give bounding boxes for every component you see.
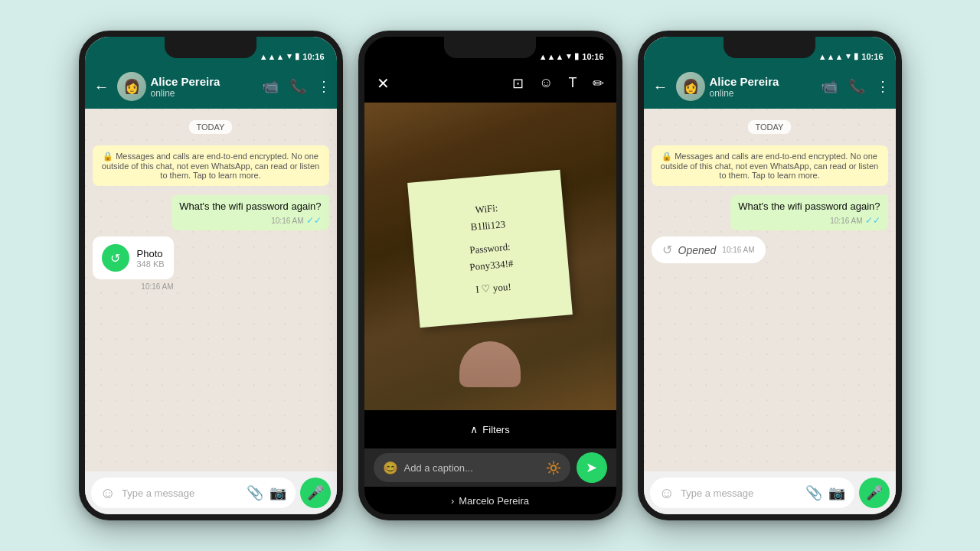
sent-bubble-1: What's the wifi password again? 10:16 AM… xyxy=(172,195,328,230)
signal-icon-3: ▲▲▲ xyxy=(818,52,844,61)
chat-header-3: ← 👩 Alice Pereira online 📹 📞 ⋮ xyxy=(644,64,896,109)
send-button[interactable]: ➤ xyxy=(577,452,607,483)
video-call-icon-1[interactable]: 📹 xyxy=(262,78,279,95)
attach-icon-3[interactable]: 📎 xyxy=(805,484,822,501)
avatar-img-3: 👩 xyxy=(676,72,705,101)
wifi-icon-3: ▾ xyxy=(846,51,851,61)
photo-info-1: Photo 348 KB xyxy=(137,248,165,269)
sticky-line5: I ♡ you! xyxy=(471,278,516,298)
photo-icon-symbol: ↺ xyxy=(110,251,120,266)
input-text-3[interactable]: Type a message xyxy=(681,487,799,499)
signal-icon-1: ▲▲▲ xyxy=(260,52,285,61)
caption-placeholder[interactable]: Add a caption... xyxy=(404,462,540,474)
back-button-1[interactable]: ← xyxy=(91,75,113,99)
phone-3: ▲▲▲ ▾ ▮ 10:16 ← 👩 Alice Pereira online 📹 xyxy=(638,31,902,520)
opened-text-3: Opened xyxy=(678,244,717,256)
main-container: ▲▲▲ ▾ ▮ 10:16 ← 👩 Alice Pereira online 📹 xyxy=(0,0,980,551)
wifi-icon-1: ▾ xyxy=(287,51,292,61)
chevron-up-icon: ∧ xyxy=(470,423,478,435)
encryption-notice-1: 🔒 Messages and calls are end-to-end encr… xyxy=(93,145,329,186)
emoji-icon-3[interactable]: ☺ xyxy=(659,484,675,502)
more-icon-3[interactable]: ⋮ xyxy=(876,78,890,95)
header-icons-3: 📹 📞 ⋮ xyxy=(821,78,890,95)
text-tool-icon[interactable]: T xyxy=(569,75,577,92)
photo-size-1: 348 KB xyxy=(137,259,165,269)
recipient-bar: › Marcelo Pereira xyxy=(364,487,616,514)
contact-status-3: online xyxy=(710,88,816,99)
contact-name-3: Alice Pereira xyxy=(710,75,816,88)
filters-bar[interactable]: ∧ Filters xyxy=(364,410,616,448)
filters-label: Filters xyxy=(482,424,509,435)
sent-meta-1: 10:16 AM ✓✓ xyxy=(179,215,321,226)
battery-icon-3: ▮ xyxy=(854,51,858,61)
opened-row-3: ↺ Opened 10:16 AM xyxy=(652,236,888,263)
input-text-1[interactable]: Type a message xyxy=(122,487,240,499)
input-icons-3: 📎 📷 xyxy=(805,484,845,501)
chevron-right-icon: › xyxy=(451,495,454,507)
caption-input-wrapper: 😊 Add a caption... 🔆 xyxy=(374,453,570,482)
chat-area-3: TODAY 🔒 Messages and calls are end-to-en… xyxy=(644,109,896,471)
wifi-icon-2: ▾ xyxy=(567,51,571,61)
more-icon-1[interactable]: ⋮ xyxy=(317,78,331,95)
sent-text-3: What's the wifi password again? xyxy=(738,200,880,214)
emoji-editor-icon[interactable]: ☺ xyxy=(539,75,553,92)
received-photo-row-1: ↺ Photo 348 KB 10:16 AM xyxy=(93,236,329,291)
phone-2-wrapper: ▲▲▲ ▾ ▮ 10:16 ✕ ⊡ ☺ T ✏ xyxy=(358,31,622,520)
contact-status-1: online xyxy=(151,88,257,99)
photo-content: WiFi: B1lli123 Password: Pony334!# I ♡ y… xyxy=(364,103,616,410)
editor-tool-icons: ⊡ ☺ T ✏ xyxy=(512,75,603,92)
phone-call-icon-3[interactable]: 📞 xyxy=(848,78,865,95)
contact-info-3: Alice Pereira online xyxy=(710,75,816,99)
input-bar-3: ☺ Type a message 📎 📷 🎤 xyxy=(644,471,896,514)
status-bar-icons-1: ▲▲▲ ▾ ▮ 10:16 xyxy=(260,51,325,61)
close-editor-button[interactable]: ✕ xyxy=(377,74,390,93)
header-icons-1: 📹 📞 ⋮ xyxy=(262,78,331,95)
sticker-icon[interactable]: 😊 xyxy=(383,461,398,475)
opened-bubble-3: ↺ Opened 10:16 AM xyxy=(652,236,766,263)
emoji-icon-1[interactable]: ☺ xyxy=(100,484,116,502)
contact-info-1: Alice Pereira online xyxy=(151,75,257,99)
sent-message-row-1: What's the wifi password again? 10:16 AM… xyxy=(93,195,329,230)
chat-header-1: ← 👩 Alice Pereira online 📹 📞 ⋮ xyxy=(85,64,337,109)
phone-1: ▲▲▲ ▾ ▮ 10:16 ← 👩 Alice Pereira online 📹 xyxy=(79,31,343,520)
phone-notch-2 xyxy=(444,37,536,58)
attach-icon-1[interactable]: 📎 xyxy=(247,484,263,501)
pen-tool-icon[interactable]: ✏ xyxy=(593,75,604,92)
camera-icon-1[interactable]: 📷 xyxy=(270,484,286,501)
sent-time-1: 10:16 AM xyxy=(271,217,303,225)
contact-name-1: Alice Pereira xyxy=(151,75,257,88)
photo-time-1: 10:16 AM xyxy=(93,282,174,291)
photo-bubble-inner-1[interactable]: ↺ Photo 348 KB xyxy=(93,236,174,279)
sent-bubble-3: What's the wifi password again? 10:16 AM… xyxy=(730,195,887,230)
caption-bar: 😊 Add a caption... 🔆 ➤ xyxy=(364,448,616,487)
phone-notch-3 xyxy=(724,37,815,58)
editor-top-bar: ✕ ⊡ ☺ T ✏ xyxy=(364,64,616,103)
camera-icon-3[interactable]: 📷 xyxy=(828,484,845,501)
caption-icon[interactable]: 🔆 xyxy=(546,461,561,475)
check-icon-1: ✓✓ xyxy=(306,215,322,226)
editor-status-icons: ▲▲▲ ▾ ▮ 10:16 xyxy=(539,51,604,61)
phone-call-icon-1[interactable]: 📞 xyxy=(289,78,306,95)
input-inner-1: ☺ Type a message 📎 📷 xyxy=(91,478,296,508)
battery-icon-1: ▮ xyxy=(295,51,299,61)
time-3: 10:16 xyxy=(861,52,883,61)
back-button-3[interactable]: ← xyxy=(650,75,671,99)
battery-icon-2: ▮ xyxy=(574,51,579,61)
crop-icon[interactable]: ⊡ xyxy=(512,75,524,92)
phone-1-wrapper: ▲▲▲ ▾ ▮ 10:16 ← 👩 Alice Pereira online 📹 xyxy=(79,31,343,520)
phone-notch-1 xyxy=(165,37,256,58)
opened-icon-3: ↺ xyxy=(662,243,672,257)
sticky-note: WiFi: B1lli123 Password: Pony334!# I ♡ y… xyxy=(407,170,573,328)
video-call-icon-3[interactable]: 📹 xyxy=(821,78,838,95)
input-bar-1: ☺ Type a message 📎 📷 🎤 xyxy=(85,471,337,514)
opened-time-3: 10:16 AM xyxy=(722,246,754,254)
mic-button-1[interactable]: 🎤 xyxy=(300,478,331,508)
date-badge-1: TODAY xyxy=(93,119,329,133)
sticky-line4: Pony334!# xyxy=(469,256,514,276)
photo-bubble-1: ↺ Photo 348 KB 10:16 AM xyxy=(93,236,174,291)
mic-button-3[interactable]: 🎤 xyxy=(859,478,890,508)
input-icons-1: 📎 📷 xyxy=(247,484,286,501)
photo-name-1: Photo xyxy=(137,248,165,259)
sent-message-row-3: What's the wifi password again? 10:16 AM… xyxy=(652,195,888,230)
encryption-notice-3: 🔒 Messages and calls are end-to-end encr… xyxy=(652,145,888,186)
